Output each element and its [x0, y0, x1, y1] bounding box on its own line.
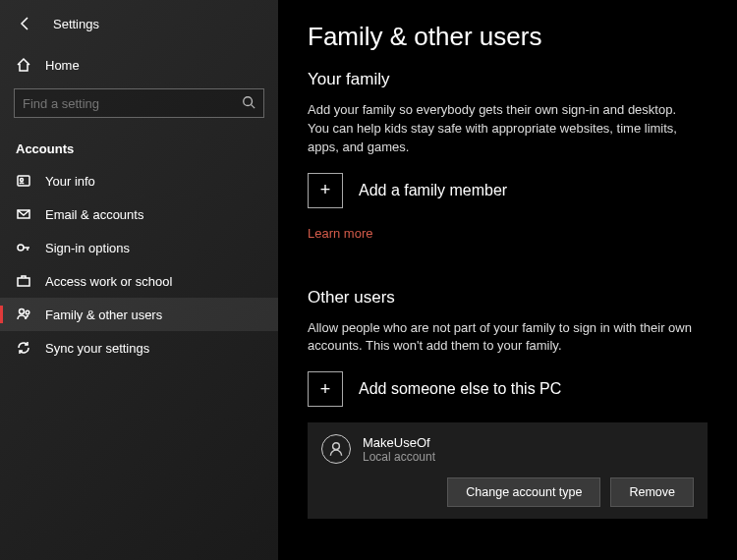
your-family-heading: Your family	[308, 70, 708, 89]
home-icon	[16, 57, 31, 73]
svg-point-0	[244, 96, 253, 105]
user-name: MakeUseOf	[363, 435, 435, 450]
other-users-description: Allow people who are not part of your fa…	[308, 319, 701, 357]
add-other-label: Add someone else to this PC	[359, 380, 561, 398]
sidebar-item-label: Email & accounts	[45, 207, 143, 222]
svg-point-6	[20, 309, 25, 314]
search-box[interactable]	[14, 88, 264, 118]
main-content: Family & other users Your family Add you…	[278, 0, 737, 560]
change-account-type-button[interactable]: Change account type	[447, 477, 600, 507]
remove-button[interactable]: Remove	[610, 477, 694, 507]
sidebar-item-label: Family & other users	[45, 308, 162, 322]
sidebar-item-family-other-users[interactable]: Family & other users	[0, 298, 278, 331]
svg-point-7	[26, 310, 29, 314]
key-icon	[16, 240, 31, 255]
sidebar: Settings Home Accounts Your info Email &…	[0, 0, 278, 560]
plus-icon: +	[308, 173, 343, 208]
sidebar-item-label: Sync your settings	[45, 341, 149, 356]
user-buttons: Change account type Remove	[321, 477, 694, 507]
add-family-member-button[interactable]: + Add a family member	[308, 173, 708, 208]
your-family-description: Add your family so everybody gets their …	[308, 101, 701, 157]
svg-rect-5	[18, 278, 29, 286]
learn-more-link[interactable]: Learn more	[308, 226, 372, 241]
avatar-icon	[321, 434, 351, 464]
sidebar-header: Settings	[0, 8, 278, 47]
search-icon	[242, 95, 255, 112]
user-subtitle: Local account	[363, 450, 435, 464]
section-label-accounts: Accounts	[0, 124, 278, 164]
sidebar-item-label: Your info	[45, 174, 95, 189]
sidebar-item-label: Access work or school	[45, 274, 172, 289]
svg-point-4	[18, 245, 24, 251]
sidebar-item-sign-in-options[interactable]: Sign-in options	[0, 231, 278, 264]
sidebar-item-sync-settings[interactable]: Sync your settings	[0, 331, 278, 364]
search-row	[0, 83, 278, 124]
search-input[interactable]	[23, 96, 242, 111]
briefcase-icon	[16, 273, 31, 289]
sidebar-item-access-work-school[interactable]: Access work or school	[0, 264, 278, 298]
page-title: Family & other users	[308, 22, 708, 52]
mail-icon	[16, 206, 31, 222]
home-button[interactable]: Home	[0, 47, 278, 83]
sidebar-item-label: Sign-in options	[45, 241, 130, 255]
other-users-heading: Other users	[308, 288, 708, 308]
people-icon	[16, 307, 31, 322]
badge-icon	[16, 173, 31, 189]
back-icon[interactable]	[16, 14, 35, 33]
settings-title: Settings	[53, 17, 99, 31]
home-label: Home	[45, 58, 80, 73]
user-row: MakeUseOf Local account	[321, 434, 694, 464]
svg-point-8	[333, 443, 340, 450]
sidebar-item-your-info[interactable]: Your info	[0, 164, 278, 197]
add-other-user-button[interactable]: + Add someone else to this PC	[308, 371, 708, 407]
sync-icon	[16, 340, 31, 356]
add-family-label: Add a family member	[359, 182, 507, 199]
user-card[interactable]: MakeUseOf Local account Change account t…	[308, 422, 708, 519]
sidebar-item-email-accounts[interactable]: Email & accounts	[0, 197, 278, 231]
plus-icon: +	[308, 371, 343, 407]
svg-point-2	[21, 179, 24, 182]
